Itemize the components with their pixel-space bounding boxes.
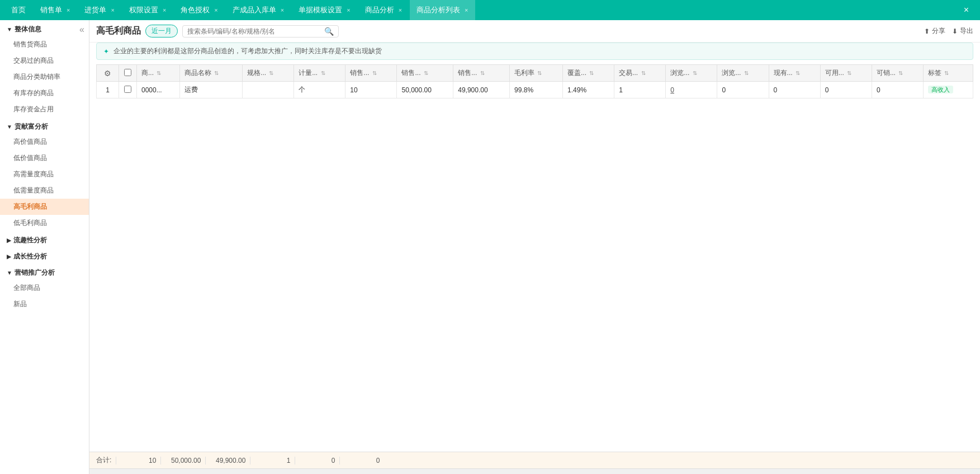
tab-analysis-list[interactable]: 商品分析列表 × [410,0,475,20]
row-browse1[interactable]: 0 [666,82,717,98]
row-name: 运费 [179,82,242,98]
col-sellable-sort[interactable]: ⇅ [898,70,903,76]
sidebar-group-overall[interactable]: ▼ 整体信息 [0,20,89,36]
col-stock-now[interactable]: 现有... ⇅ [769,65,820,82]
tab-analysis-close[interactable]: × [399,7,402,13]
info-icon: ✦ [103,48,109,55]
tab-purchase-close[interactable]: × [111,7,114,13]
col-gear[interactable]: ⚙ [97,65,119,82]
sidebar-item-low-margin[interactable]: 低毛利商品 [0,215,89,231]
col-tag[interactable]: 标签 ⇅ [924,65,973,82]
table-row: 1 0000... 运费 个 10 50,000.00 49,900.00 99… [97,82,973,98]
tab-product-in[interactable]: 产成品入库单 × [226,0,291,20]
tab-sales[interactable]: 销售单 × [34,0,77,20]
share-label: 分享 [932,26,945,36]
col-browse2[interactable]: 浏览... ⇅ [717,65,769,82]
col-sales-qty-sort[interactable]: ⇅ [372,70,377,76]
col-available-sort[interactable]: ⇅ [847,70,851,76]
tab-analysis[interactable]: 商品分析 × [358,0,409,20]
sidebar-group-growth-label: 成长性分析 [13,252,47,261]
tab-permissions[interactable]: 权限设置 × [122,0,173,20]
sidebar-item-high-freq[interactable]: 高需量度商品 [0,166,89,182]
col-name-sort[interactable]: ⇅ [214,70,219,76]
gear-icon[interactable]: ⚙ [104,69,111,78]
tab-roles-close[interactable]: × [214,7,217,13]
sidebar-item-all-goods[interactable]: 全部商品 [0,280,89,296]
sidebar-item-low-value[interactable]: 低价值商品 [0,150,89,166]
col-code[interactable]: 商... ⇅ [137,65,180,82]
select-all-checkbox[interactable] [124,69,131,76]
table-container[interactable]: ⚙ 商... ⇅ 商品名称 ⇅ [89,64,980,452]
page-title: 高毛利商品 [96,25,141,37]
tab-template-close[interactable]: × [347,7,350,13]
col-spec[interactable]: 规格... ⇅ [243,65,294,82]
row-coverage: 1.49% [563,82,614,98]
col-sales-amt-sort[interactable]: ⇅ [424,70,428,76]
export-button[interactable]: ⬇ 导出 [952,26,973,36]
col-stock-now-sort[interactable]: ⇅ [796,70,800,76]
col-available[interactable]: 可用... ⇅ [820,65,872,82]
sidebar-group-marketing[interactable]: ▼ 营销推广分析 [0,264,89,280]
footer-cells: 10 50,000.00 49,900.00 1 0 0 [116,457,384,464]
col-spec-sort[interactable]: ⇅ [269,70,273,76]
table-header-row: ⚙ 商... ⇅ 商品名称 ⇅ [97,65,973,82]
col-checkbox[interactable] [119,65,137,82]
row-transaction: 1 [614,82,666,98]
tab-template[interactable]: 单据模板设置 × [292,0,357,20]
sidebar-item-low-freq[interactable]: 低需量度商品 [0,182,89,199]
sidebar-group-flow[interactable]: ▶ 流趣性分析 [0,231,89,247]
tab-purchase[interactable]: 进货单 × [78,0,121,20]
col-name[interactable]: 商品名称 ⇅ [179,65,242,82]
col-margin-rate[interactable]: 毛利率 ⇅ [510,65,563,82]
col-tag-sort[interactable]: ⇅ [944,70,949,76]
share-icon: ⬆ [924,27,930,35]
col-sales-cost-sort[interactable]: ⇅ [480,70,485,76]
horizontal-scrollbar[interactable] [89,468,980,474]
col-transaction[interactable]: 交易... ⇅ [614,65,666,82]
tab-home-label: 首页 [11,5,26,15]
row-sellable: 0 [872,82,923,98]
col-margin-rate-sort[interactable]: ⇅ [537,70,542,76]
col-sales-qty[interactable]: 销售... ⇅ [345,65,397,82]
search-icon[interactable]: 🔍 [324,27,334,36]
sidebar-item-analysis-rate[interactable]: 商品分类助销率 [0,69,89,85]
date-filter-button[interactable]: 近一月 [145,25,178,37]
tab-product-in-close[interactable]: × [281,7,284,13]
col-sales-cost[interactable]: 销售... ⇅ [453,65,510,82]
col-code-sort[interactable]: ⇅ [157,70,161,76]
row-select-checkbox[interactable] [124,86,131,93]
tab-analysis-list-close[interactable]: × [465,7,468,13]
sidebar-collapse-button[interactable]: « [79,25,84,35]
col-transaction-sort[interactable]: ⇅ [641,70,646,76]
sidebar-item-traded-goods[interactable]: 交易过的商品 [0,53,89,69]
col-sales-amt[interactable]: 销售... ⇅ [397,65,453,82]
tab-home[interactable]: 首页 [4,0,32,20]
share-button[interactable]: ⬆ 分享 [924,26,945,36]
row-checkbox[interactable] [119,82,137,98]
sidebar-group-wealth-label: 贡献富分析 [15,122,48,132]
col-browse2-sort[interactable]: ⇅ [744,70,749,76]
sidebar-item-new-goods[interactable]: 新品 [0,296,89,312]
sidebar-item-high-value[interactable]: 高价值商品 [0,134,89,150]
sidebar-item-stock-fund[interactable]: 库存资金占用 [0,101,89,118]
tab-product-in-label: 产成品入库单 [233,5,276,15]
top-nav: 首页 销售单 × 进货单 × 权限设置 × 角色授权 × 产成品入库单 × 单据… [0,0,980,20]
sidebar-item-high-margin[interactable]: 高毛利商品 [0,199,89,215]
sidebar-item-stocked-goods[interactable]: 有库存的商品 [0,85,89,101]
sidebar-item-sales-goods[interactable]: 销售货商品 [0,36,89,53]
col-unit[interactable]: 计量... ⇅ [294,65,345,82]
tab-permissions-close[interactable]: × [163,7,166,13]
col-coverage[interactable]: 覆盖... ⇅ [563,65,614,82]
col-sellable[interactable]: 可销... ⇅ [872,65,923,82]
col-browse1[interactable]: 浏览... ⇅ [666,65,717,82]
tab-sales-close[interactable]: × [67,7,70,13]
window-close-button[interactable]: × [957,5,976,15]
sidebar-group-wealth[interactable]: ▼ 贡献富分析 [0,118,89,134]
col-coverage-sort[interactable]: ⇅ [589,70,594,76]
tab-roles[interactable]: 角色授权 × [174,0,224,20]
tab-sales-label: 销售单 [40,5,62,15]
col-unit-sort[interactable]: ⇅ [321,70,325,76]
sidebar-group-growth[interactable]: ▶ 成长性分析 [0,247,89,264]
col-browse1-sort[interactable]: ⇅ [693,70,697,76]
search-input[interactable] [187,27,324,35]
